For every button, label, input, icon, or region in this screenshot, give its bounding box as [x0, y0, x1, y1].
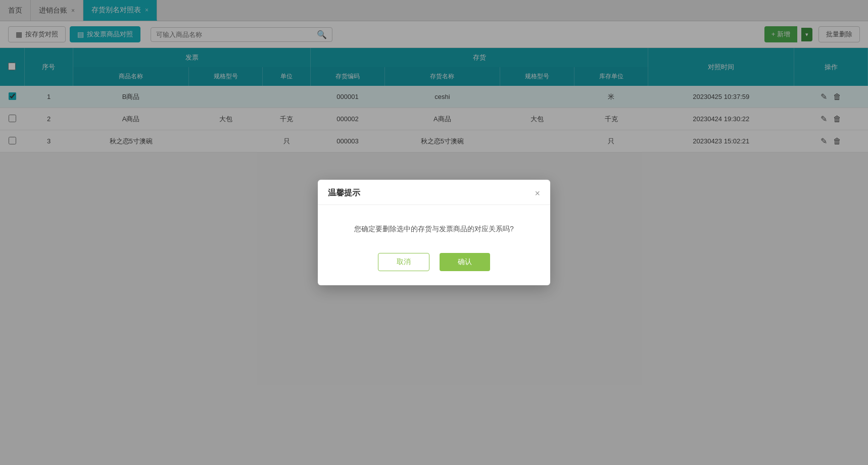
modal-overlay: 温馨提示 × 您确定要删除选中的存货与发票商品的对应关系吗? 取消 确认 — [0, 0, 868, 152]
